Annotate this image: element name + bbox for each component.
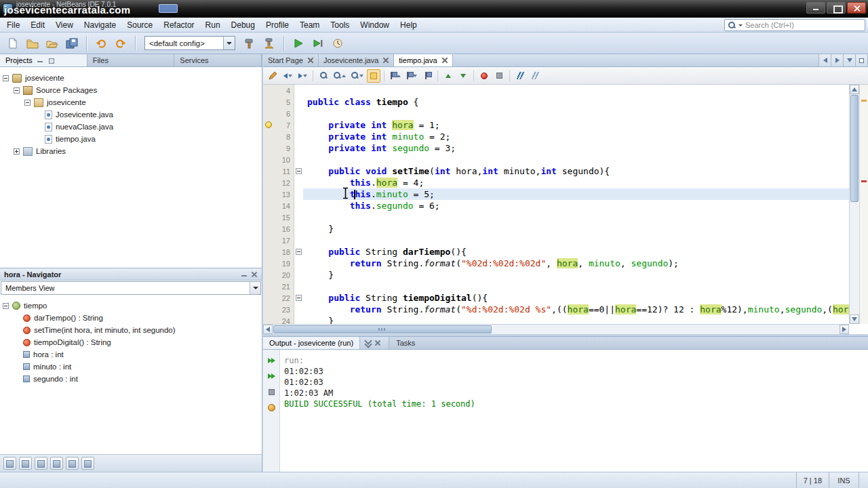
scroll-up-button[interactable] <box>850 85 859 94</box>
code-text[interactable]: public class tiempo { <box>303 96 849 108</box>
collapse-handle-icon[interactable] <box>3 303 9 309</box>
code-line-7[interactable]: 7 private int hora = 1; <box>263 119 849 131</box>
ant-settings-button[interactable] <box>265 402 277 413</box>
resize-grip[interactable] <box>859 472 868 488</box>
code-line-6[interactable]: 6 <box>263 108 849 119</box>
navigator-header[interactable]: hora - Navigator <box>0 268 262 281</box>
tree-item-tiempodigital-string[interactable]: tiempoDigital() : String <box>0 336 262 348</box>
menu-item-view[interactable]: View <box>50 18 79 32</box>
tree-item-tiempo[interactable]: tiempo <box>0 300 262 312</box>
code-line-10[interactable]: 10 <box>263 154 849 165</box>
code-text[interactable]: public String darTiempo(){ <box>303 246 849 258</box>
stop-build-button[interactable] <box>265 386 277 397</box>
minimize-group-icon[interactable] <box>37 57 43 64</box>
start-macro-recording-button[interactable] <box>477 69 491 83</box>
toggle-bookmark-button[interactable] <box>420 69 434 83</box>
editor-tab-josevicente-java[interactable]: Josevicente.java <box>319 54 394 66</box>
menu-item-navigate[interactable]: Navigate <box>79 18 121 32</box>
error-stripe[interactable] <box>859 85 868 324</box>
minimize-window-button[interactable] <box>806 2 825 14</box>
next-occurrence-button[interactable] <box>456 69 470 83</box>
tree-item-source-packages[interactable]: Source Packages <box>0 84 262 96</box>
save-all-button[interactable] <box>63 35 81 52</box>
profile-project-button[interactable] <box>329 35 347 52</box>
tree-item-hora-int[interactable]: hora : int <box>0 348 262 361</box>
code-text[interactable]: } <box>303 269 849 281</box>
close-window-button[interactable] <box>847 2 866 14</box>
error-mark[interactable] <box>861 180 867 182</box>
comment-button[interactable] <box>513 69 527 83</box>
panel-tab-files[interactable]: Files <box>87 54 175 66</box>
horizontal-scrollbar[interactable] <box>263 324 849 334</box>
menu-item-debug[interactable]: Debug <box>226 18 260 32</box>
code-line-11[interactable]: 11 public void setTime(int hora,int minu… <box>263 165 849 177</box>
maximize-editor-button[interactable] <box>856 54 868 66</box>
previous-bookmark-button[interactable] <box>388 69 403 83</box>
code-text[interactable]: public void setTime(int hora,int minuto,… <box>303 165 849 177</box>
menu-item-refactor[interactable]: Refactor <box>158 18 199 32</box>
scroll-right-button[interactable] <box>840 325 849 334</box>
code-line-15[interactable]: 15 <box>263 211 849 223</box>
next-bookmark-button[interactable] <box>404 69 419 83</box>
run-project-button[interactable] <box>290 35 307 52</box>
new-project-button[interactable] <box>24 35 41 52</box>
code-line-17[interactable]: 17 <box>263 235 849 246</box>
tree-item-josevicente[interactable]: josevicente <box>0 96 262 108</box>
tree-item-tiempo-java[interactable]: tiempo.java <box>0 133 262 145</box>
expand-handle-icon[interactable] <box>14 148 20 155</box>
editor-tab-tiempo-java[interactable]: tiempo.java <box>394 54 452 66</box>
show-inherited-filter-button[interactable] <box>3 457 16 470</box>
code-line-16[interactable]: 16 } <box>263 223 849 235</box>
fold-collapse-icon[interactable] <box>296 249 302 255</box>
maximize-window-button[interactable] <box>827 2 846 14</box>
opened-documents-list-button[interactable] <box>844 54 856 66</box>
code-text[interactable]: this.segundo = 6; <box>303 200 849 211</box>
redo-button[interactable] <box>112 35 130 52</box>
debug-project-button[interactable] <box>309 35 327 52</box>
collapse-handle-icon[interactable] <box>3 75 9 81</box>
find-previous-button[interactable] <box>332 69 348 83</box>
code-text[interactable]: } <box>303 315 849 324</box>
horizontal-scrollbar-thumb[interactable] <box>273 325 492 333</box>
find-button[interactable] <box>317 69 330 83</box>
collapse-handle-icon[interactable] <box>14 87 20 94</box>
toggle-highlight-search-button[interactable] <box>367 69 380 83</box>
fold-collapse-icon[interactable] <box>296 168 302 174</box>
code-line-13[interactable]: 13 this.minuto = 5; <box>263 188 849 200</box>
menu-item-source[interactable]: Source <box>121 18 158 32</box>
close-tab-icon[interactable] <box>383 58 389 63</box>
sort-alphabetically-button[interactable] <box>66 457 79 470</box>
code-text[interactable] <box>303 235 849 246</box>
code-line-23[interactable]: 23 return String.format("%d:%02d:%02d %s… <box>263 304 849 315</box>
code-line-14[interactable]: 14 this.segundo = 6; <box>263 200 849 211</box>
menu-item-tools[interactable]: Tools <box>325 18 355 32</box>
code-line-4[interactable]: 4 <box>263 85 849 96</box>
back-button[interactable] <box>281 69 294 83</box>
navigator-view-select[interactable]: Members View <box>1 281 261 295</box>
stop-macro-recording-button[interactable] <box>492 69 506 83</box>
code-line-19[interactable]: 19 return String.format("%02d:%02d:%02d"… <box>263 258 849 269</box>
code-text[interactable] <box>303 281 849 292</box>
code-line-22[interactable]: 22 public String tiempoDigital(){ <box>263 292 849 304</box>
code-line-12[interactable]: 12 this.hora = 4; <box>263 177 849 188</box>
code-line-9[interactable]: 9 private int segundo = 3; <box>263 142 849 154</box>
project-configuration-select[interactable]: <default config> <box>144 36 235 50</box>
code-text[interactable]: this.hora = 4; <box>303 177 849 188</box>
last-edit-position-button[interactable] <box>266 69 279 83</box>
open-project-button[interactable] <box>43 35 61 52</box>
menu-item-profile[interactable]: Profile <box>260 18 294 32</box>
code-text[interactable]: private int segundo = 3; <box>303 142 849 154</box>
panel-tab-services[interactable]: Services <box>174 54 262 66</box>
code-text[interactable]: this.minuto = 5; <box>303 188 849 200</box>
find-next-button[interactable] <box>349 69 366 83</box>
build-project-button[interactable] <box>241 35 258 52</box>
code-editor[interactable]: 45public class tiempo {67 private int ho… <box>263 85 849 324</box>
close-output-icon[interactable] <box>374 340 381 346</box>
collapse-handle-icon[interactable] <box>24 100 31 106</box>
output-tab[interactable]: Output - josevicente (run) <box>263 337 360 349</box>
scroll-tabs-right-button[interactable] <box>831 54 844 66</box>
show-static-filter-button[interactable] <box>35 457 47 470</box>
vertical-scrollbar[interactable] <box>849 85 859 324</box>
close-tab-icon[interactable] <box>308 58 313 63</box>
tree-item-josevicente-java[interactable]: Josevicente.java <box>0 108 262 121</box>
